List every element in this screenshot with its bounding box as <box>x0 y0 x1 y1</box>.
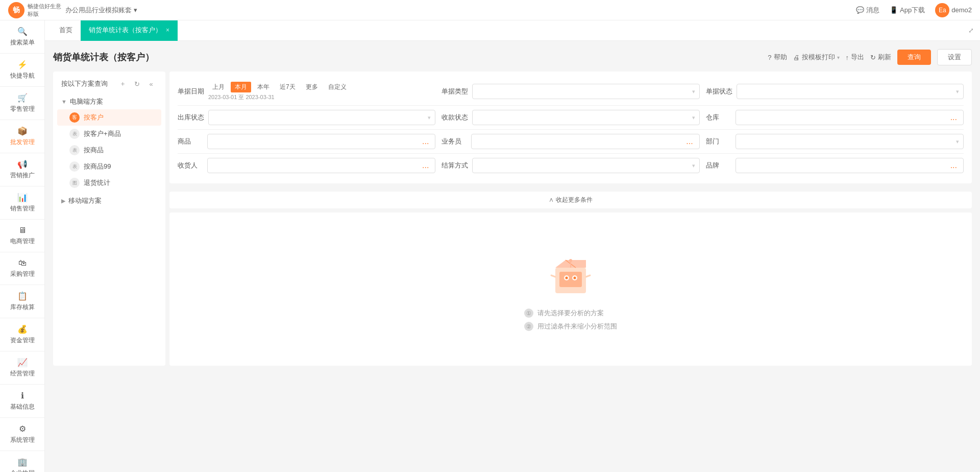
message-button[interactable]: 💬 消息 <box>856 6 879 15</box>
filter-warehouse: 仓库 ... <box>706 110 964 125</box>
sidebar-item-purchase[interactable]: 🛍 采购管理 <box>0 252 44 285</box>
filter-row-1: 单据日期 上月 本月 本年 近7天 更多 自定义 <box>178 78 964 106</box>
date-tab-this-year[interactable]: 本年 <box>253 82 274 92</box>
sidebar-item-basic[interactable]: ℹ 基础信息 <box>0 385 44 418</box>
ecom-icon: 🖥 <box>4 226 40 235</box>
quick-icon: ⚡ <box>4 60 40 69</box>
refresh-scheme-button[interactable]: ↻ <box>131 78 143 90</box>
nav-item-by-goods99[interactable]: 表 按商品99 <box>57 158 161 175</box>
export-icon: ↑ <box>846 54 849 61</box>
top-header: 畅 畅捷信好生意 标版 办公用品行业模拟账套 ▾ 💬 消息 📱 App下载 Ea… <box>0 0 980 20</box>
left-nav-actions: ＋ ↻ « <box>116 78 157 90</box>
settle-select[interactable]: ▾ <box>472 158 699 173</box>
tab-bar: 首页 销货单统计表（按客户） × ⤢ <box>45 20 980 41</box>
doc-status-select[interactable]: ▾ <box>737 84 964 99</box>
nav-item-by-customer[interactable]: 客 按客户 <box>57 109 161 126</box>
add-scheme-button[interactable]: ＋ <box>116 78 129 90</box>
nav-group-desktop-header[interactable]: ▼ 电脑端方案 <box>57 94 161 109</box>
brand-dots-icon[interactable]: ... <box>948 161 959 170</box>
goods-select[interactable]: ... <box>207 134 435 149</box>
sidebar-item-operation[interactable]: 📈 经营管理 <box>0 351 44 385</box>
empty-illustration <box>540 247 601 298</box>
chevron-down-icon: ▾ <box>134 6 137 14</box>
sidebar-item-marketing[interactable]: 📢 营销推广 <box>0 153 44 186</box>
warehouse-dots-icon[interactable]: ... <box>948 113 959 122</box>
operation-icon: 📈 <box>4 358 40 367</box>
svg-point-4 <box>566 277 568 279</box>
tab-report[interactable]: 销货单统计表（按客户） × <box>81 20 178 41</box>
out-status-select[interactable]: ▾ <box>208 110 435 125</box>
collapse-icon: « <box>149 80 153 88</box>
help-icon: ? <box>768 54 771 61</box>
sidebar-item-system[interactable]: ⚙ 系统管理 <box>0 418 44 451</box>
collapse-bar[interactable]: ∧ 收起更多条件 <box>169 192 972 208</box>
industry-selector[interactable]: 办公用品行业模拟账套 ▾ <box>65 6 137 15</box>
filter-out-status: 出库状态 ▾ <box>178 110 435 125</box>
sidebar-item-wholesale[interactable]: 📦 批发管理 <box>0 120 44 153</box>
filter-date: 单据日期 上月 本月 本年 近7天 更多 自定义 <box>178 82 435 101</box>
brand-select[interactable]: ... <box>736 158 964 173</box>
nav-group-mobile-header[interactable]: ▶ 移动端方案 <box>57 193 161 208</box>
settings-button[interactable]: 设置 <box>937 49 972 65</box>
warehouse-select[interactable]: ... <box>736 110 964 125</box>
sidebar-item-finance[interactable]: 💰 资金管理 <box>0 318 44 351</box>
date-tab-this-month[interactable]: 本月 <box>231 82 251 92</box>
filter-department: 部门 ▾ <box>706 134 964 149</box>
right-content: 单据日期 上月 本月 本年 近7天 更多 自定义 <box>169 72 972 366</box>
nav-item-customer-icon: 客 <box>69 112 80 123</box>
tab-home[interactable]: 首页 <box>51 20 81 41</box>
empty-tip-2: ② 用过滤条件来缩小分析范围 <box>524 322 617 331</box>
refresh-button[interactable]: ↻ 刷新 <box>870 53 891 62</box>
sidebar-item-sales[interactable]: 📊 销售管理 <box>0 186 44 220</box>
doc-type-select[interactable]: ▾ <box>472 84 699 99</box>
retail-icon: 🛒 <box>4 93 40 103</box>
salesperson-select[interactable]: ... <box>471 134 699 149</box>
tab-maximize-button[interactable]: ⤢ <box>968 27 974 34</box>
print-button[interactable]: 🖨 按模板打印 ▾ <box>793 53 840 62</box>
date-tab-custom[interactable]: 自定义 <box>324 82 351 92</box>
help-button[interactable]: ? 帮助 <box>768 53 787 62</box>
goods-dots-icon[interactable]: ... <box>420 137 431 146</box>
date-tab-more[interactable]: 更多 <box>302 82 322 92</box>
filter-row-4: 收货人 ... 结算方式 ▾ <box>178 154 964 177</box>
header-right: 💬 消息 📱 App下载 Ea demo2 <box>856 3 972 17</box>
sidebar-item-ecom[interactable]: 🖥 电商管理 <box>0 220 44 252</box>
basic-icon: ℹ <box>4 391 40 400</box>
wholesale-icon: 📦 <box>4 126 40 136</box>
logo-area: 畅 畅捷信好生意 标版 <box>8 2 61 18</box>
consignee-dots-icon[interactable]: ... <box>420 161 431 170</box>
content-area: 首页 销货单统计表（按客户） × ⤢ 销货单统计表（按客户） ? 帮助 <box>45 20 980 472</box>
sidebar-item-retail[interactable]: 🛒 零售管理 <box>0 87 44 120</box>
nav-item-return-stats[interactable]: 图 退货统计 <box>57 175 161 191</box>
nav-item-goods99-icon: 表 <box>69 161 80 172</box>
department-select[interactable]: ▾ <box>736 134 964 149</box>
consignee-select[interactable]: ... <box>207 158 435 173</box>
date-tab-7days[interactable]: 近7天 <box>276 82 300 92</box>
filter-row-2: 出库状态 ▾ 收款状态 ▾ <box>178 106 964 130</box>
main-layout: 🔍 搜索菜单 ⚡ 快捷导航 🛒 零售管理 📦 批发管理 📢 营销推广 📊 销售管… <box>0 20 980 472</box>
salesperson-dots-icon[interactable]: ... <box>684 137 695 146</box>
maximize-icon: ⤢ <box>968 27 974 34</box>
user-area[interactable]: Ea demo2 <box>935 3 972 17</box>
tip-num-1: ① <box>524 309 533 318</box>
page-actions: ? 帮助 🖨 按模板打印 ▾ ↑ 导出 ↻ 刷新 <box>768 49 972 65</box>
nav-item-by-goods[interactable]: 表 按商品 <box>57 142 161 158</box>
filter-salesperson: 业务员 ... <box>442 134 699 149</box>
export-button[interactable]: ↑ 导出 <box>846 53 865 62</box>
receipt-status-select[interactable]: ▾ <box>472 110 699 125</box>
system-icon: ⚙ <box>4 424 40 434</box>
sidebar-item-quick[interactable]: ⚡ 快捷导航 <box>0 54 44 87</box>
left-nav-panel: 按以下方案查询 ＋ ↻ « <box>53 72 165 366</box>
sidebar-item-search[interactable]: 🔍 搜索菜单 <box>0 20 44 54</box>
collapse-nav-button[interactable]: « <box>145 78 157 90</box>
filter-brand: 品牌 ... <box>706 158 964 173</box>
date-tab-last-month[interactable]: 上月 <box>208 82 229 92</box>
settle-arrow-icon: ▾ <box>692 162 695 169</box>
app-download-button[interactable]: 📱 App下载 <box>890 6 925 15</box>
query-button[interactable]: 查询 <box>897 50 931 65</box>
nav-item-by-customer-goods[interactable]: 表 按客户+商品 <box>57 126 161 142</box>
sidebar-item-inventory[interactable]: 📋 库存核算 <box>0 285 44 318</box>
sidebar-item-corp[interactable]: 🏢 企业协同 <box>0 451 44 472</box>
tab-close-icon[interactable]: × <box>166 27 169 34</box>
print-icon: 🖨 <box>793 54 800 61</box>
